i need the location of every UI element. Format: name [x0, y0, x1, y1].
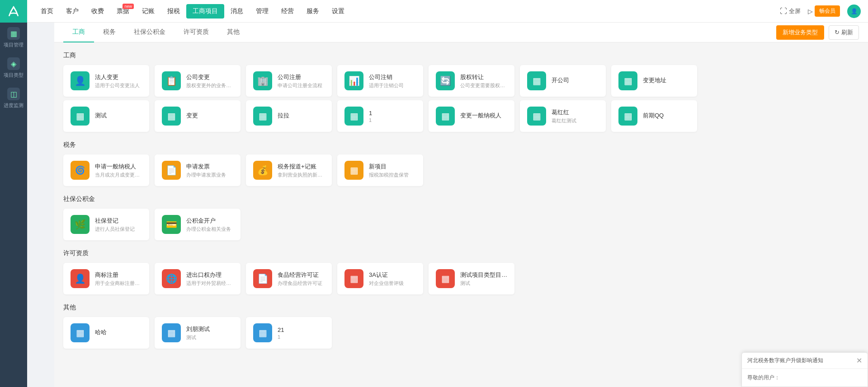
card-3a-renzheng[interactable]: ▦ 3A认证 对企业信誉评级: [337, 263, 423, 294]
card-icon-biange2: ▦: [162, 107, 181, 126]
card-desc: 测试: [460, 280, 507, 287]
sidebar-item-project-manage[interactable]: ▦ 项目管理: [0, 23, 27, 53]
card-title: 申请发票: [186, 163, 233, 171]
nav-service[interactable]: 服务: [300, 0, 326, 23]
section-title-xuke: 许可资质: [63, 249, 859, 257]
card-gongsi-zhuxiao[interactable]: 📊 公司注销 适用于注销公司: [337, 65, 423, 97]
card-lala[interactable]: ▦ 拉拉: [246, 100, 332, 132]
card-title: 变更: [186, 112, 233, 120]
card-title: 公积金开户: [186, 217, 233, 225]
card-haha[interactable]: ▦ 哈哈: [63, 317, 149, 349]
card-gehonghong[interactable]: ▦ 葛红红 葛红红测试: [520, 100, 606, 132]
card-icon-kai-gongsi: ▦: [527, 71, 546, 90]
chat-popup: 河北税务数字账户升级影响通知 ✕ 尊敬的用户：: [741, 352, 868, 387]
card-ceshi-leixing[interactable]: ▦ 测试项目类型目定义 测试: [429, 263, 514, 294]
logo[interactable]: [0, 0, 27, 23]
nav-settings[interactable]: 设置: [326, 0, 351, 23]
card-shebao-dengji[interactable]: 🌿 社保登记 进行人员社保登记: [63, 209, 149, 240]
main-wrapper: 工商 税务 社保公积金 许可资质 其他 新增业务类型 ↻ 刷新 工商 👤 法人变…: [54, 23, 868, 387]
card-xin-xiangmu[interactable]: ▦ 新项目 报税加税控盘保管: [337, 154, 423, 186]
project-manage-icon: ▦: [7, 27, 20, 40]
play-icon: ▷: [808, 8, 813, 15]
card-desc: 用于企业商标注册服务: [95, 280, 142, 287]
card-biange-dizhi[interactable]: ▦ 变更地址: [611, 65, 697, 97]
card-icon-haha: ▦: [71, 323, 90, 342]
card-title: 变更地址: [643, 76, 690, 84]
card-qianqi-qq[interactable]: ▦ 前期QQ: [611, 100, 697, 132]
nav-invoice[interactable]: 票据 new: [110, 0, 136, 23]
card-shenqing-fapiao[interactable]: 📄 申请发票 办理申请发票业务: [155, 154, 241, 186]
card-icon-3a: ▦: [344, 269, 363, 288]
card-shenqing-shuiren[interactable]: 🌀 申请一般纳税人 当月或次月成变更完成: [63, 154, 149, 186]
card-num21[interactable]: ▦ 21 1: [246, 317, 332, 349]
tab-gongshang[interactable]: 工商: [63, 23, 94, 42]
card-icon-biange-shuiren: ▦: [436, 107, 455, 126]
nav-customer[interactable]: 客户: [60, 0, 85, 23]
card-icon-xin-xiangmu: ▦: [344, 161, 363, 180]
fullscreen-btn[interactable]: ⛶ 全屏: [780, 7, 801, 15]
avatar[interactable]: 👤: [847, 5, 861, 18]
card-gongsi-zhuce[interactable]: 🏢 公司注册 申请公司注册全流程: [246, 65, 332, 97]
chat-popup-body-text: 尊敬的用户：: [747, 374, 780, 381]
sidebar-item-progress-monitor[interactable]: ◫ 进度监测: [0, 83, 27, 113]
nav-biz-project[interactable]: 工商项目: [186, 4, 224, 19]
fullscreen-icon: ⛶: [780, 7, 787, 15]
card-faren-biange[interactable]: 👤 法人变更 适用于公司变更法人: [63, 65, 149, 97]
card-icon-gongsi-biange: 📋: [162, 71, 181, 90]
card-shuiwu-baodao[interactable]: 💰 税务报道+记账 拿到营业执照的新公司: [246, 154, 332, 186]
card-desc: 适用于注销公司: [369, 82, 416, 89]
card-desc: 拿到营业执照的新公司: [278, 172, 325, 178]
card-kai-gongsi[interactable]: ▦ 开公司: [520, 65, 606, 97]
card-biange2[interactable]: ▦ 变更: [155, 100, 241, 132]
vip-label[interactable]: 畅会员: [815, 5, 840, 17]
card-icon-ceshi: ▦: [71, 107, 90, 126]
tab-actions: 新增业务类型 ↻ 刷新: [776, 25, 859, 40]
card-icon-gongjijin: 💳: [162, 215, 181, 234]
card-title: 葛红红: [552, 108, 599, 117]
card-title: 开公司: [552, 76, 599, 84]
sidebar-item-project-type[interactable]: ◈ 项目类型: [0, 53, 27, 83]
cards-row-shebao: 🌿 社保登记 进行人员社保登记 💳 公积金开户 办理公积金相关业务: [63, 209, 859, 240]
card-gongjijin-kaihuu[interactable]: 💳 公积金开户 办理公积金相关业务: [155, 209, 241, 240]
card-desc: 报税加税控盘保管: [369, 172, 416, 178]
topbar-right: ⛶ 全屏 ▷ 畅会员 👤: [780, 5, 861, 18]
card-title: 新项目: [369, 163, 416, 171]
tab-qita[interactable]: 其他: [218, 23, 249, 42]
nav-manage[interactable]: 管理: [250, 0, 275, 23]
chat-popup-title: 河北税务数字账户升级影响通知: [747, 357, 823, 364]
cards-row-qita: ▦ 哈哈 ▦ 刘朋测试 测试 ▦ 21: [63, 317, 859, 349]
nav-message[interactable]: 消息: [224, 0, 250, 23]
card-biange-shuiren[interactable]: ▦ 变更一般纳税人: [429, 100, 514, 132]
nav-operation[interactable]: 经营: [275, 0, 300, 23]
card-icon-liupeng: ▦: [162, 323, 181, 342]
card-shipin-jingying[interactable]: 📄 食品经营许可证 办理食品经营许可证: [246, 263, 332, 294]
section-title-gongshang: 工商: [63, 51, 859, 60]
new-badge: new: [123, 4, 134, 9]
tab-shuiwu[interactable]: 税务: [94, 23, 125, 42]
add-type-button[interactable]: 新增业务类型: [776, 25, 824, 40]
chat-popup-close-button[interactable]: ✕: [856, 356, 862, 365]
card-jinchukou-banli[interactable]: 🌐 进出口权办理 适用于对外贸易经营者: [155, 263, 241, 294]
card-gongsi-biange[interactable]: 📋 公司变更 股权变更外的业务变更: [155, 65, 241, 97]
nav-home[interactable]: 首页: [34, 0, 60, 23]
card-guquan-zhuanrang[interactable]: 🔄 股权转让 公司变更需要股权转让: [429, 65, 514, 97]
tab-shebao[interactable]: 社保公积金: [125, 23, 175, 42]
section-shebao: 社保公积金 🌿 社保登记 进行人员社保登记 💳 公积金开户 办理公积金相关业务: [63, 195, 859, 240]
tab-xuke[interactable]: 许可资质: [175, 23, 218, 42]
section-title-shebao: 社保公积金: [63, 195, 859, 203]
card-desc: 对企业信誉评级: [369, 280, 416, 287]
content-area: 工商 👤 法人变更 适用于公司变更法人 📋 公司变更 股权变更外的业务变更: [54, 42, 868, 387]
card-liupeng-ceshi[interactable]: ▦ 刘朋测试 测试: [155, 317, 241, 349]
nav-billing[interactable]: 收费: [85, 0, 110, 23]
card-desc: 股权变更外的业务变更: [186, 82, 233, 89]
card-title: 食品经营许可证: [278, 271, 325, 279]
card-num1[interactable]: ▦ 1 1: [337, 100, 423, 132]
card-ceshi[interactable]: ▦ 测试: [63, 100, 149, 132]
nav-bookkeeping[interactable]: 记账: [136, 0, 161, 23]
card-shangbiao-zhuce[interactable]: 👤 商标注册 用于企业商标注册服务: [63, 263, 149, 294]
vip-btn[interactable]: ▷ 畅会员: [808, 5, 840, 17]
nav-tax[interactable]: 报税: [161, 0, 186, 23]
refresh-button[interactable]: ↻ 刷新: [829, 25, 859, 40]
card-desc: 办理食品经营许可证: [278, 280, 325, 287]
card-desc: 当月或次月成变更完成: [95, 172, 142, 178]
